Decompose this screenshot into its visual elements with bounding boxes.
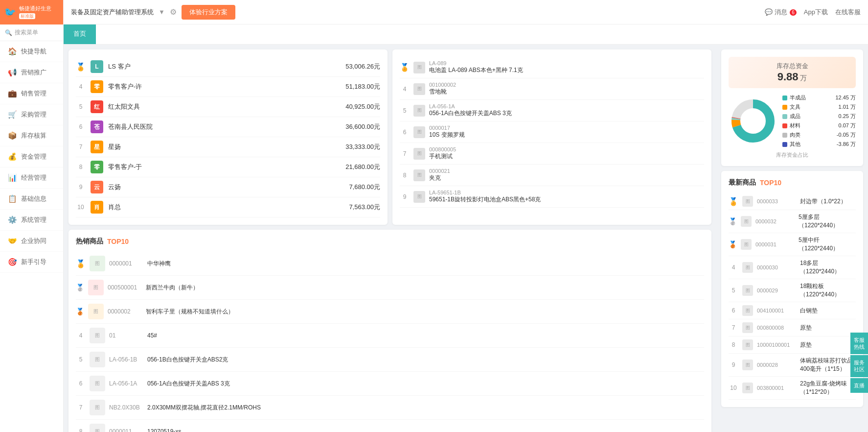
latest-name-3: 5厘中纤（1220*2440） (799, 236, 856, 253)
latest-rank-10: 10 (729, 384, 738, 391)
customer-amount-2: 51,183.00元 (345, 82, 380, 91)
message-badge: 6 (790, 9, 797, 16)
online-service[interactable]: 在线客服 (835, 8, 861, 17)
latest-code-1: 0000033 (757, 198, 796, 204)
nav-item-management[interactable]: 📊 经营管理 (0, 168, 63, 189)
product-row-5: 7 图 000800005 手机测试 (400, 143, 704, 165)
nav-item-home[interactable]: 🏠 快捷导航 (0, 41, 63, 62)
search-menu[interactable]: 🔍 搜索菜单 (0, 24, 63, 41)
avatar-3: 红 (91, 100, 103, 113)
cs-community-btn[interactable]: 服务 社区 (850, 355, 868, 377)
latest-row-8: 8 图 10000100001 原垫 (729, 336, 856, 354)
latest-rank-5: 5 (729, 287, 738, 294)
nav-item-guide[interactable]: 🎯 新手引导 (0, 252, 63, 273)
sales-row-5: 7 星 星扬 33,333.00元 (76, 137, 380, 157)
tab-home[interactable]: 首页 (64, 24, 96, 44)
latest-thumb-10: 图 (742, 383, 753, 393)
nav-item-sales[interactable]: 💼 销售管理 (0, 83, 63, 104)
nav-item-system[interactable]: ⚙️ 系统管理 (0, 210, 63, 231)
management-icon: 📊 (7, 173, 17, 182)
product-row-6: 8 图 0000021 夹克 (400, 165, 704, 186)
latest-code-8: 10000100001 (757, 342, 796, 348)
hot-code-4: 01 (109, 332, 143, 339)
latest-name-9: 体碗荔枝味苏打饮品400毫升（1*15） (800, 357, 856, 373)
latest-name-8: 原垫 (800, 341, 856, 349)
hot-medal-2: 🥈 (76, 284, 84, 291)
latest-name-5: 18颗粒板（1220*2440） (800, 282, 856, 299)
hot-thumb-5: 图 (90, 352, 105, 367)
main-content: 🏅 L LS 客户 53,006.26元 4 零 零售客户-许 51,183.0… (64, 45, 868, 432)
legend-semi: 半成品 12.45 万 (782, 93, 856, 102)
hot-medal-3: 🥉 (76, 308, 84, 315)
hot-thumb-2: 图 (88, 280, 104, 295)
nav-item-purchase[interactable]: 🛒 采购管理 (0, 104, 63, 125)
message-item[interactable]: 💬 消息 6 (765, 8, 797, 17)
hot-product-row-6: 6 图 LA-056-1A 056-1A白色按键开关盖ABS 3克 (76, 372, 704, 396)
latest-row-6: 6 图 004100001 白钢垫 (729, 302, 856, 319)
product-row-3: 5 图 LA-056-1A 056-1A白色按键开关盖ABS 3克 (400, 100, 704, 121)
inventory-amount: 9.88 (777, 71, 799, 83)
latest-code-5: 0000029 (757, 288, 796, 293)
legend-dot-product (782, 114, 787, 119)
hot-product-row-8: 8 图 0000011 12070519-xs (76, 420, 704, 432)
nav-item-inventory[interactable]: 📦 库存核算 (0, 125, 63, 146)
experience-btn[interactable]: 体验行业方案 (182, 5, 235, 20)
customer-amount-1: 53,006.26元 (345, 62, 380, 71)
message-label: 消息 (775, 8, 787, 16)
hot-medal-1: 🏅 (76, 259, 86, 268)
latest-code-6: 004100001 (757, 308, 796, 313)
hot-thumb-6: 图 (90, 376, 105, 391)
legend-dot-material (782, 123, 787, 128)
latest-row-1: 🏅 图 0000033 封边带（1.0*22） (729, 193, 856, 210)
settings-icon[interactable]: ⚙ (170, 7, 177, 17)
svg-point-5 (741, 109, 765, 133)
hot-product-row-2: 🥈 图 000500001 新西兰牛肉（新牛） (76, 276, 704, 300)
customer-name-5: 星扬 (108, 143, 341, 151)
product-row-4: 6 图 0000017 10S 变频罗规 (400, 121, 704, 143)
nav-label-home: 快捷导航 (21, 47, 46, 56)
latest-row-2: 🥈 图 0000032 5厘多层（1220*2440） (729, 210, 856, 233)
product-name-3: 056-1A白色按键开关盖ABS 3克 (429, 109, 704, 118)
hot-product-row-4: 4 图 01 45# (76, 324, 704, 348)
latest-code-10: 003800001 (757, 385, 796, 391)
nav-item-collab[interactable]: 🤝 企业协同 (0, 231, 63, 252)
legend-product: 成品 0.25 万 (782, 112, 856, 121)
latest-thumb-4: 图 (742, 262, 753, 273)
latest-code-9: 0000028 (757, 362, 796, 368)
inventory-card: 库存总资金 9.88 万 (721, 49, 863, 166)
dropdown-arrow-icon[interactable]: ▼ (159, 8, 165, 16)
hot-thumb-4: 图 (90, 328, 105, 343)
nav-item-marketing[interactable]: 📢 营销推广 (0, 62, 63, 83)
product-name-4: 10S 变频罗规 (429, 131, 704, 139)
inventory-unit: 万 (800, 74, 807, 82)
latest-row-5: 5 图 0000029 18颗粒板（1220*2440） (729, 279, 856, 302)
nav-item-finance[interactable]: 💰 资金管理 (0, 146, 63, 168)
nav-label-inventory: 库存核算 (21, 131, 46, 140)
nav-item-basic[interactable]: 📋 基础信息 (0, 189, 63, 210)
latest-thumb-2: 图 (741, 216, 752, 227)
latest-code-3: 0000031 (755, 241, 795, 247)
nav-label-management: 经营管理 (21, 173, 46, 182)
hot-code-7: NB2.0X30B (109, 404, 143, 411)
latest-name-7: 原垫 (800, 324, 856, 332)
hot-product-row-5: 5 图 LA-056-1B 056-1B白色按键开关盒ABS2克 (76, 348, 704, 372)
hot-rank-6: 6 (76, 380, 86, 387)
customer-sales-table: 🏅 L LS 客户 53,006.26元 4 零 零售客户-许 51,183.0… (76, 57, 380, 217)
cs-live-btn[interactable]: 直播 (850, 378, 868, 393)
rank-num-7: 9 (76, 184, 86, 191)
inventory-header: 库存总资金 9.88 万 (729, 57, 856, 88)
nav-label-sales: 销售管理 (21, 89, 46, 98)
latest-products-title: 最新商品 TOP10 (729, 178, 856, 187)
legend-material: 材料 0.07 万 (782, 121, 856, 130)
cs-hotline-btn[interactable]: 客服 热线 (850, 333, 868, 355)
app-download[interactable]: App下载 (804, 8, 828, 17)
latest-thumb-5: 图 (742, 285, 753, 296)
latest-top10: TOP10 (760, 179, 781, 187)
hot-thumb-1: 图 (90, 256, 105, 271)
latest-medal-3: 🥉 (729, 240, 737, 248)
legend-dot-semi (782, 96, 787, 100)
legend-stationery: 文具 1.01 万 (782, 102, 856, 112)
nav-label-finance: 资金管理 (21, 152, 46, 161)
sales-row-6: 8 零 零售客户-于 21,680.00元 (76, 157, 380, 177)
avatar-8: 肖 (91, 201, 103, 214)
